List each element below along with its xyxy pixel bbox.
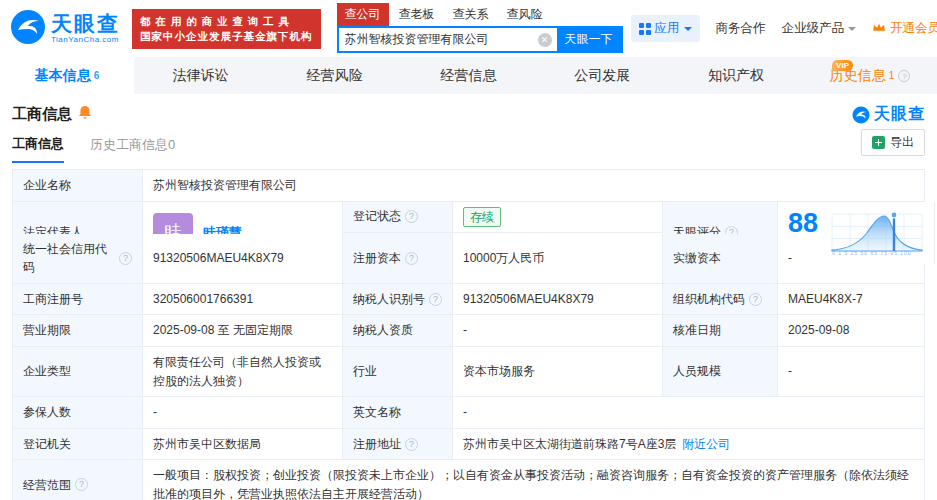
tab-label: 基本信息 [35, 67, 91, 85]
tab-history-info[interactable]: VIP 历史信息 1 ? [803, 57, 937, 94]
chevron-down-icon [848, 27, 856, 31]
business-cooperation-label: 商务合作 [716, 20, 766, 37]
business-info-section: 工商信息 天眼查 工商信息 历史工商信息0 导出 企业名称 苏州智核投资管理有限… [0, 94, 937, 500]
help-icon[interactable]: ? [429, 293, 442, 306]
field-label: 注册地址 ? [343, 429, 453, 460]
help-icon[interactable]: ? [749, 293, 762, 306]
nearby-companies-link[interactable]: 附近公司 [682, 435, 730, 454]
business-scope-value: 一般项目：股权投资；创业投资（限投资未上市企业）；以自有资金从事投资活动；融资咨… [143, 460, 924, 500]
status-badge: 存续 [463, 207, 501, 227]
help-icon[interactable]: ? [405, 210, 418, 223]
alert-bell-icon[interactable] [78, 105, 92, 124]
field-label: 登记机关 [13, 429, 143, 460]
crown-icon [872, 21, 886, 36]
staff-size-value: - [778, 347, 924, 396]
apps-menu[interactable]: 应用 [631, 15, 700, 42]
row-insured-count: 参保人数 - 英文名称 - [13, 397, 924, 429]
tab-legal-proceedings[interactable]: 法律诉讼 [134, 57, 268, 94]
field-label: 工商注册号 [13, 284, 143, 315]
org-code-label: 组织机构代码 [673, 290, 745, 309]
search-tab-boss[interactable]: 查老板 [391, 3, 443, 26]
promo-line1: 都 在 用 的 商 业 查 询 工 具 [140, 14, 313, 29]
tab-label: 经营风险 [307, 67, 363, 85]
field-label: 组织机构代码 ? [663, 284, 778, 315]
reg-status-label: 登记状态 [353, 207, 401, 226]
reg-address-cell: 苏州市吴中区太湖街道前珠路7号A座3层 附近公司 [453, 429, 924, 460]
business-scope-label: 经营范围 [23, 476, 71, 495]
section-title: 工商信息 [12, 105, 72, 124]
promo-banner: 都 在 用 的 商 业 查 询 工 具 国家中小企业发展子基金旗下机构 [132, 9, 321, 49]
credit-code-label: 统一社会信用代码 [23, 240, 115, 277]
tianyancha-logo-icon [852, 106, 870, 124]
insured-count-value: - [143, 397, 343, 428]
history-help-icon[interactable]: ? [898, 70, 910, 82]
search-area: 查公司 查老板 查关系 查风险 ✕ 天眼一下 [337, 4, 623, 53]
help-icon[interactable]: ? [119, 252, 132, 265]
search-input[interactable] [339, 28, 538, 51]
search-tab-risk[interactable]: 查风险 [499, 3, 551, 26]
export-button[interactable]: 导出 [861, 129, 925, 156]
tab-operation-risk[interactable]: 经营风险 [268, 57, 402, 94]
field-label: 纳税人识别号 ? [343, 284, 453, 315]
help-icon[interactable]: ? [75, 478, 88, 491]
row-business-term: 营业期限 2025-09-08 至 无固定期限 纳税人资质 - 核准日期 202… [13, 315, 924, 347]
search-button[interactable]: 天眼一下 [557, 28, 621, 51]
chevron-down-icon [684, 27, 692, 31]
tab-basic-info[interactable]: 基本信息 6 [0, 57, 134, 94]
field-label: 企业类型 [13, 347, 143, 396]
field-label: 注册资本 ? [343, 234, 453, 283]
approval-date-value: 2025-09-08 [778, 315, 924, 346]
search-box: ✕ 天眼一下 [337, 26, 623, 53]
credit-code-value: 91320506MAEU4K8X79 [143, 234, 343, 283]
vip-badge: VIP [832, 60, 853, 71]
search-tab-relation[interactable]: 查关系 [445, 3, 497, 26]
promo-line2: 国家中小企业发展子基金旗下机构 [140, 29, 313, 44]
export-label: 导出 [890, 134, 914, 151]
row-reg-authority: 登记机关 苏州市吴中区数据局 注册地址 ? 苏州市吴中区太湖街道前珠路7号A座3… [13, 429, 924, 461]
field-label: 英文名称 [343, 397, 453, 428]
row-business-scope: 经营范围 ? 一般项目：股权投资；创业投资（限投资未上市企业）；以自有资金从事投… [13, 460, 924, 500]
header: 天眼查 TianYanCha.com 都 在 用 的 商 业 查 询 工 具 国… [0, 0, 937, 57]
tab-intellectual-property[interactable]: 知识产权 [669, 57, 803, 94]
tab-company-development[interactable]: 公司发展 [535, 57, 669, 94]
company-name-value: 苏州智核投资管理有限公司 [143, 170, 924, 201]
row-credit-code: 统一社会信用代码 ? 91320506MAEU4K8X79 注册资本 ? 100… [13, 234, 924, 284]
tab-label: 经营信息 [441, 67, 497, 85]
brand-name: 天眼查 [51, 13, 120, 34]
clear-icon[interactable]: ✕ [538, 33, 552, 47]
search-tab-company[interactable]: 查公司 [337, 3, 389, 26]
apps-grid-icon [639, 23, 651, 35]
score-distribution-chart[interactable]: 0 1 5 25 50 65 75 95 100 [828, 208, 924, 258]
subtab-history-business-info[interactable]: 历史工商信息0 [90, 136, 175, 162]
tab-count: 6 [94, 70, 100, 81]
excel-icon [872, 136, 885, 149]
vip-membership[interactable]: 开通会员 [872, 20, 937, 37]
reg-address-value: 苏州市吴中区太湖街道前珠路7号A座3层 [463, 435, 676, 454]
watermark-text: 天眼查 [874, 104, 925, 125]
watermark-logo[interactable]: 天眼查 [852, 104, 925, 125]
field-label: 营业期限 [13, 315, 143, 346]
taxpayer-id-label: 纳税人识别号 [353, 290, 425, 309]
enterprise-products-label: 企业级产品 [782, 20, 845, 37]
tianyancha-logo[interactable]: 天眼查 TianYanCha.com [10, 9, 120, 49]
reg-authority-value: 苏州市吴中区数据局 [143, 429, 343, 460]
company-type-value: 有限责任公司（非自然人投资或控股的法人独资） [143, 347, 343, 396]
row-company-type: 企业类型 有限责任公司（非自然人投资或控股的法人独资） 行业 资本市场服务 人员… [13, 347, 924, 397]
subtab-business-info[interactable]: 工商信息 [12, 135, 64, 163]
business-info-table: 企业名称 苏州智核投资管理有限公司 法定代表人 眭 眭瑾慧 登记状态 ? 存续 … [12, 169, 925, 500]
english-name-value: - [453, 397, 924, 428]
vip-label: 开通会员 [890, 20, 937, 37]
top-menu: 应用 商务合作 企业级产品 开通会员 费米 [631, 15, 937, 42]
tab-label: 公司发展 [574, 67, 630, 85]
enterprise-products[interactable]: 企业级产品 [782, 20, 857, 37]
tab-operation-info[interactable]: 经营信息 [402, 57, 536, 94]
company-nav: 基本信息 6 法律诉讼 经营风险 经营信息 公司发展 知识产权 VIP 历史信息… [0, 57, 937, 94]
brand-domain: TianYanCha.com [51, 36, 120, 44]
help-icon[interactable]: ? [405, 438, 418, 451]
tab-count: 1 [889, 70, 895, 81]
help-icon[interactable]: ? [405, 252, 418, 265]
field-label: 统一社会信用代码 ? [13, 234, 143, 283]
row-company-name: 企业名称 苏州智核投资管理有限公司 [13, 170, 924, 202]
field-label: 企业名称 [13, 170, 143, 201]
business-cooperation[interactable]: 商务合作 [716, 20, 766, 37]
